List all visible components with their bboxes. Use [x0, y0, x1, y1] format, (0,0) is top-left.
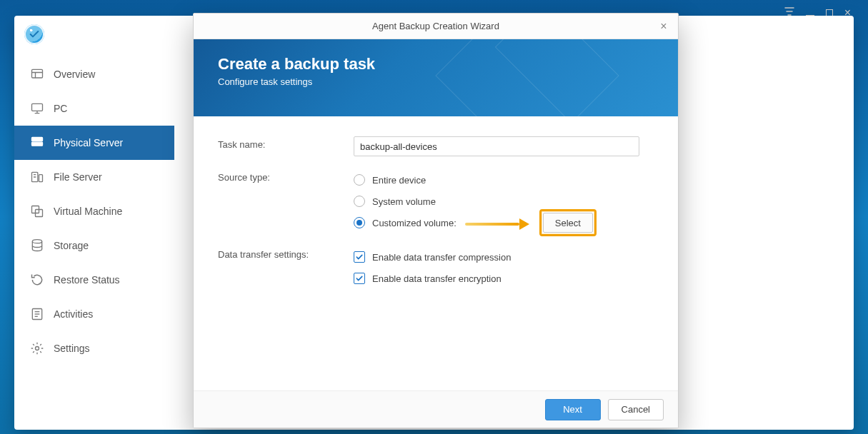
checkbox-encryption[interactable]: Enable data transfer encryption: [354, 268, 654, 289]
radio-entire-device[interactable]: Entire device: [354, 169, 654, 191]
activities-icon: [29, 307, 45, 321]
dialog-title: Agent Backup Creation Wizard: [372, 21, 499, 31]
dialog-titlebar: Agent Backup Creation Wizard ×: [194, 14, 678, 39]
backup-wizard-dialog: Agent Backup Creation Wizard × Create a …: [193, 13, 679, 428]
cancel-button[interactable]: Cancel: [608, 399, 664, 420]
task-name-label: Task name:: [218, 136, 354, 150]
radio-label: Customized volume:: [372, 218, 457, 228]
dialog-footer: Next Cancel: [194, 390, 678, 428]
radio-icon: [354, 217, 365, 228]
checkbox-icon: [354, 273, 365, 284]
sidebar-item-label: Activities: [54, 308, 93, 320]
sidebar-item-settings[interactable]: Settings: [14, 331, 174, 365]
checkbox-compression[interactable]: Enable data transfer compression: [354, 246, 654, 268]
sidebar-item-label: File Server: [54, 171, 102, 183]
gear-icon: [29, 341, 45, 355]
svg-point-18: [32, 240, 41, 243]
radio-system-volume[interactable]: System volume: [354, 191, 654, 212]
svg-point-10: [34, 138, 35, 140]
sidebar-item-restore-status[interactable]: Restore Status: [14, 263, 174, 297]
svg-point-11: [34, 143, 35, 145]
file-server-icon: [29, 170, 45, 184]
vm-icon: [29, 204, 45, 218]
app-icon: [24, 24, 44, 44]
sidebar-item-label: Overview: [54, 69, 95, 80]
checkbox-label: Enable data transfer encryption: [372, 273, 502, 284]
close-icon[interactable]: ×: [844, 9, 851, 16]
sidebar-item-label: Restore Status: [54, 274, 120, 286]
task-name-input[interactable]: [354, 136, 639, 156]
sidebar-item-overview[interactable]: Overview: [14, 57, 174, 91]
svg-rect-2: [32, 69, 43, 78]
data-transfer-label: Data transfer settings:: [218, 246, 354, 260]
server-icon: [29, 136, 45, 150]
annotation-highlight: Select: [539, 209, 597, 236]
sidebar-item-physical-server[interactable]: Physical Server: [14, 126, 174, 160]
radio-label: System volume: [372, 196, 436, 207]
close-icon[interactable]: ×: [657, 19, 671, 34]
sidebar-item-virtual-machine[interactable]: Virtual Machine: [14, 194, 174, 228]
checkbox-icon: [354, 251, 365, 263]
radio-icon: [354, 196, 365, 207]
radio-icon: [354, 174, 365, 186]
sidebar-item-label: Virtual Machine: [54, 206, 122, 217]
annotation-arrow: [465, 221, 529, 228]
restore-icon: [29, 273, 45, 287]
sidebar-item-storage[interactable]: Storage: [14, 228, 174, 263]
sidebar-item-label: Storage: [54, 240, 89, 251]
sidebar-item-activities[interactable]: Activities: [14, 297, 174, 331]
sidebar-item-label: Settings: [54, 343, 90, 354]
dialog-banner: Create a backup task Configure task sett…: [194, 39, 678, 116]
banner-subtitle: Configure task settings: [218, 76, 654, 87]
maximize-icon[interactable]: [826, 9, 833, 16]
sidebar-item-file-server[interactable]: File Server: [14, 160, 174, 194]
overview-icon: [29, 67, 45, 81]
svg-point-23: [36, 347, 39, 350]
sidebar: Overview PC Physical Server File Server …: [14, 53, 174, 430]
sidebar-item-pc[interactable]: PC: [14, 91, 174, 126]
storage-icon: [29, 238, 45, 253]
radio-customized-volume[interactable]: Customized volume: Select: [354, 212, 654, 233]
source-type-label: Source type:: [218, 169, 354, 183]
dialog-body: Task name: Source type: Entire device Sy…: [194, 116, 678, 390]
sidebar-item-label: PC: [54, 103, 67, 114]
banner-title: Create a backup task: [218, 55, 654, 74]
pc-icon: [29, 101, 45, 116]
radio-label: Entire device: [372, 175, 426, 186]
svg-rect-5: [32, 104, 43, 111]
select-volume-button[interactable]: Select: [543, 213, 593, 233]
sidebar-item-label: Physical Server: [54, 137, 123, 148]
checkbox-label: Enable data transfer compression: [372, 252, 511, 263]
svg-rect-13: [39, 175, 43, 182]
next-button[interactable]: Next: [545, 399, 601, 420]
